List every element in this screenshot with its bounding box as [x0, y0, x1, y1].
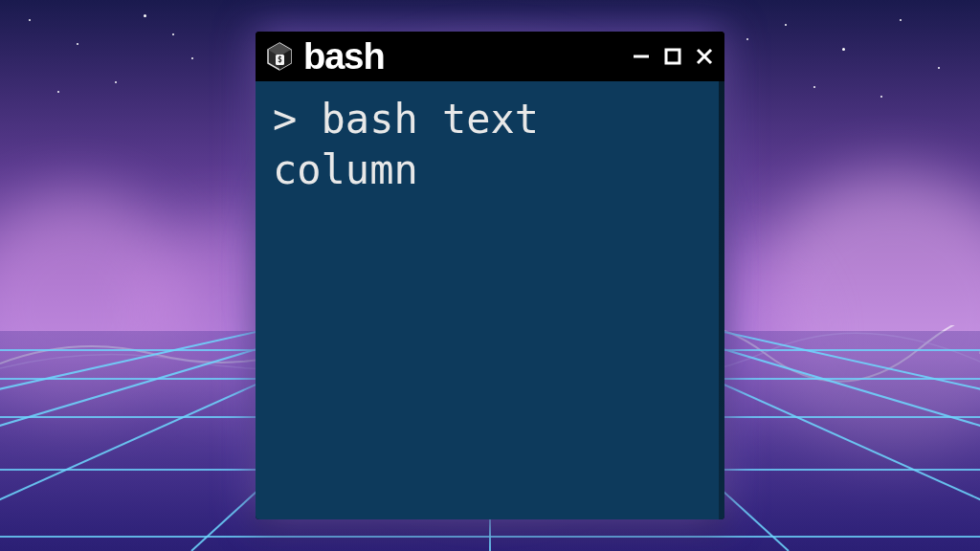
prompt-symbol: > — [273, 96, 322, 143]
svg-text:$: $ — [278, 55, 282, 64]
minimize-button[interactable] — [631, 46, 652, 67]
close-button[interactable] — [694, 46, 715, 67]
maximize-button[interactable] — [663, 47, 682, 66]
terminal-body[interactable]: > bash text column — [256, 81, 724, 519]
window-title: bash — [303, 36, 623, 77]
titlebar[interactable]: $ bash — [256, 32, 724, 81]
svg-rect-20 — [666, 50, 679, 63]
terminal-window: $ bash > b — [256, 32, 724, 519]
window-controls — [631, 46, 715, 67]
bash-hexagon-icon: $ — [263, 40, 296, 73]
prompt-line: > bash text column — [273, 95, 707, 195]
